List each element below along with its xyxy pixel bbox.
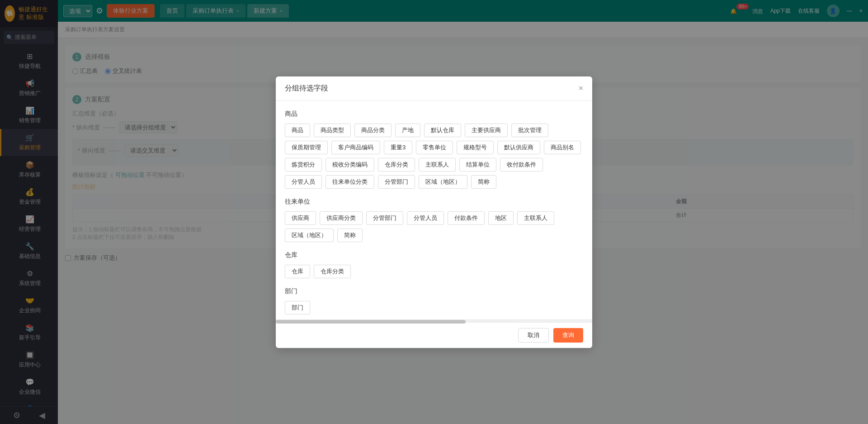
field-tag[interactable]: 默认供应商 <box>497 141 540 154</box>
field-tag[interactable]: 付款条件 <box>448 211 485 225</box>
section-warehouse-tags: 仓库 仓库分类 <box>285 265 583 278</box>
modal-hscroll-thumb[interactable] <box>276 320 466 324</box>
field-tag[interactable]: 区域（地区） <box>419 175 467 189</box>
section-warehouse: 仓库 仓库 仓库分类 <box>285 251 583 278</box>
field-tag[interactable]: 仓库分类 <box>378 158 415 172</box>
field-tag[interactable]: 主要供应商 <box>465 124 508 137</box>
field-tag[interactable]: 默认仓库 <box>424 124 461 137</box>
field-tag[interactable]: 分管人员 <box>407 211 444 225</box>
field-tag[interactable]: 分管人员 <box>285 175 322 189</box>
section-department: 部门 部门 <box>285 287 583 314</box>
section-goods-title: 商品 <box>285 110 583 118</box>
field-tag[interactable]: 供应商 <box>285 211 316 225</box>
field-tag[interactable]: 地区 <box>488 211 514 225</box>
section-goods-tags: 商品 商品类型 商品分类 产地 默认仓库 主要供应商 批次管理 保质期管理 客户… <box>285 124 583 189</box>
field-tag[interactable]: 主联系人 <box>419 158 456 172</box>
section-goods: 商品 商品 商品类型 商品分类 产地 默认仓库 主要供应商 批次管理 保质期管理… <box>285 110 583 189</box>
field-tag[interactable]: 商品分类 <box>354 124 392 137</box>
field-tag[interactable]: 简称 <box>471 175 496 189</box>
modal-body[interactable]: 商品 商品 商品类型 商品分类 产地 默认仓库 主要供应商 批次管理 保质期管理… <box>276 101 592 319</box>
section-partner: 往来单位 供应商 供应商分类 分管部门 分管人员 付款条件 地区 主联系人 区域… <box>285 198 583 242</box>
field-tag[interactable]: 仓库 <box>285 265 310 278</box>
section-department-title: 部门 <box>285 287 583 295</box>
field-tag[interactable]: 保质期管理 <box>285 141 328 154</box>
modal-close-btn[interactable]: × <box>578 84 583 93</box>
section-partner-tags: 供应商 供应商分类 分管部门 分管人员 付款条件 地区 主联系人 区域（地区） … <box>285 211 583 242</box>
field-tag[interactable]: 区域（地区） <box>285 229 334 242</box>
section-warehouse-title: 仓库 <box>285 251 583 259</box>
field-tag[interactable]: 规格型号 <box>457 141 494 154</box>
field-tag[interactable]: 往来单位分类 <box>326 175 374 189</box>
field-tag[interactable]: 炼货积分 <box>285 158 322 172</box>
modal-footer: 取消 查询 <box>276 322 592 348</box>
field-tag[interactable]: 商品 <box>285 124 310 137</box>
field-tag[interactable]: 主联系人 <box>517 211 554 225</box>
field-tag[interactable]: 分管部门 <box>378 175 415 189</box>
field-tag[interactable]: 重量3 <box>384 141 412 154</box>
field-select-modal: 分组待选字段 × 商品 商品 商品类型 商品分类 产地 默认仓库 主要供应商 批… <box>276 76 592 348</box>
field-tag[interactable]: 商品别名 <box>544 141 581 154</box>
field-tag[interactable]: 仓库分类 <box>314 265 351 278</box>
field-tag[interactable]: 部门 <box>285 301 310 314</box>
confirm-button[interactable]: 查询 <box>553 328 583 343</box>
field-tag[interactable]: 收付款条件 <box>500 158 543 172</box>
field-tag[interactable]: 零售单位 <box>416 141 453 154</box>
field-tag[interactable]: 批次管理 <box>511 124 548 137</box>
modal-title: 分组待选字段 <box>285 84 328 93</box>
field-tag[interactable]: 供应商分类 <box>320 211 363 225</box>
field-tag[interactable]: 简称 <box>337 229 363 242</box>
section-department-tags: 部门 <box>285 301 583 314</box>
field-tag[interactable]: 产地 <box>395 124 420 137</box>
modal-header: 分组待选字段 × <box>276 76 592 101</box>
section-partner-title: 往来单位 <box>285 198 583 206</box>
modal-hscrollbar[interactable] <box>276 319 592 322</box>
field-tag[interactable]: 客户商品编码 <box>331 141 380 154</box>
field-tag[interactable]: 税收分类编码 <box>326 158 374 172</box>
field-tag[interactable]: 结算单位 <box>459 158 496 172</box>
cancel-button[interactable]: 取消 <box>518 328 549 343</box>
field-tag[interactable]: 商品类型 <box>314 124 351 137</box>
field-tag[interactable]: 分管部门 <box>366 211 403 225</box>
